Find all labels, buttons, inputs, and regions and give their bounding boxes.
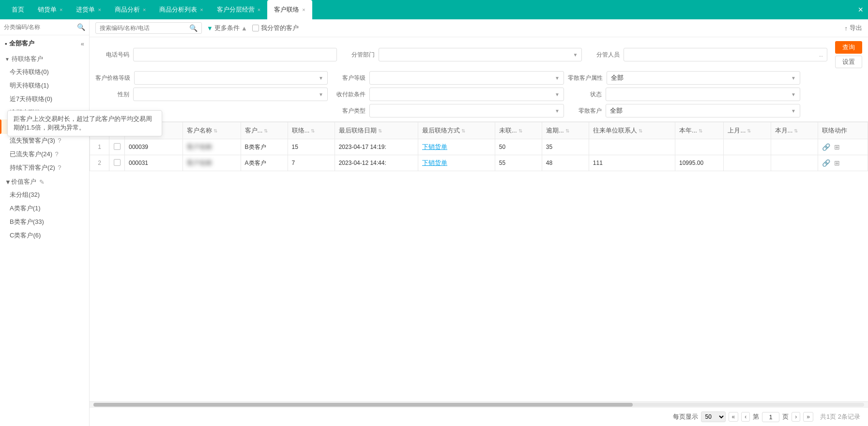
row2-actions: 🔗 ⊞: [818, 155, 868, 171]
current-page-input[interactable]: [762, 412, 779, 422]
prev-contact-sort-icon[interactable]: ⇅: [639, 128, 642, 133]
filter-row-1: 电话号码 分管部门 ▼ 分管人员 ... 查询 设置: [95, 41, 862, 68]
overdue-sort-icon[interactable]: ⇅: [565, 128, 569, 133]
my-customers-cb[interactable]: [252, 25, 259, 31]
churned-help-icon[interactable]: ?: [55, 150, 58, 158]
row2-last-way[interactable]: 下销货单: [418, 155, 495, 171]
last-month-sort-icon[interactable]: ⇅: [747, 128, 751, 133]
nav-home[interactable]: 首页: [5, 0, 31, 19]
row1-grid-icon[interactable]: ⊞: [834, 143, 840, 151]
sidebar-item-churned[interactable]: 已流失客户(24) ?: [0, 147, 89, 161]
contact-sort-icon[interactable]: ⇅: [311, 128, 315, 133]
collapse-icon[interactable]: «: [81, 40, 84, 47]
row2-contact: 7: [288, 155, 335, 171]
status-select[interactable]: ▼: [606, 88, 800, 101]
declining-help-icon[interactable]: ?: [58, 164, 61, 171]
row2-cb[interactable]: [109, 155, 125, 171]
close-product-analysis-tab[interactable]: ×: [143, 7, 146, 13]
close-customer-segment-tab[interactable]: ×: [258, 7, 260, 13]
action-buttons: 查询 设置: [835, 41, 862, 68]
nav-purchase[interactable]: 进货单 ×: [69, 0, 107, 19]
scroll-track[interactable]: [93, 403, 864, 407]
row1-num: 1: [90, 139, 109, 155]
main-search-box[interactable]: 🔍: [95, 22, 202, 34]
table-header-row: ⚙ 客户编码 ⇅ 客户名称: [90, 122, 868, 139]
date-sort-icon[interactable]: ⇅: [378, 128, 382, 133]
close-sales-tab[interactable]: ×: [60, 7, 62, 13]
export-button[interactable]: ↑ 导出: [845, 24, 863, 32]
prev-page-button[interactable]: ‹: [741, 412, 750, 422]
sidebar-item-class-a[interactable]: A类客户(1): [0, 202, 89, 215]
row1-prev-contact: [589, 139, 675, 155]
this-month-sort-icon[interactable]: ⇅: [794, 128, 798, 133]
window-close-button[interactable]: ×: [858, 5, 863, 15]
row1-link-icon[interactable]: 🔗: [822, 143, 830, 151]
nav-product-analysis[interactable]: 商品分析 ×: [108, 0, 152, 19]
close-product-analysis-list-tab[interactable]: ×: [200, 7, 203, 13]
table-row: 1 000039 客户名称 B类客户 15 2023-04-17 14:19: …: [90, 139, 868, 155]
horizontal-scrollbar[interactable]: [90, 401, 868, 407]
retail-customer-select[interactable]: 全部 ▼: [606, 104, 800, 118]
row1-last-way[interactable]: 下销货单: [418, 139, 495, 155]
th-this-year: 本年... ⇅: [675, 122, 724, 139]
sidebar-search-box[interactable]: 🔍: [0, 19, 89, 35]
my-customers-checkbox[interactable]: 我分管的客户: [252, 24, 299, 32]
all-customers-section[interactable]: ▪ 全部客户 «: [0, 35, 89, 52]
pending-contact-group[interactable]: ▼ 待联络客户: [0, 52, 89, 65]
scroll-thumb[interactable]: [93, 403, 633, 407]
close-customer-contact-tab[interactable]: ×: [302, 7, 305, 13]
sidebar-item-class-c[interactable]: C类客户(6): [0, 229, 89, 242]
main-search-input[interactable]: [100, 25, 189, 31]
row2-link-icon[interactable]: 🔗: [822, 159, 830, 167]
price-grade-select[interactable]: ▼: [134, 71, 328, 85]
not-contact-sort-icon[interactable]: ⇅: [518, 128, 522, 133]
this-year-sort-icon[interactable]: ⇅: [699, 128, 702, 133]
payment-arrow-icon: ▼: [555, 92, 560, 97]
payment-select[interactable]: ▼: [369, 88, 564, 101]
more-filters-button[interactable]: ▼ 更多条件 ▲: [207, 24, 247, 32]
sidebar-item-ungrouped[interactable]: 未分组(32): [0, 188, 89, 202]
customer-table: ⚙ 客户编码 ⇅ 客户名称: [90, 122, 868, 171]
customer-grade-select[interactable]: ▼: [369, 71, 564, 85]
th-this-month: 本月... ⇅: [771, 122, 818, 139]
gender-select[interactable]: ▼: [133, 88, 328, 101]
value-customers-group[interactable]: ▼ 价值客户 ✎: [0, 175, 89, 188]
close-purchase-tab[interactable]: ×: [98, 7, 101, 13]
query-button[interactable]: 查询: [835, 41, 862, 54]
sidebar-item-declining[interactable]: 持续下滑客户(2) ?: [0, 161, 89, 175]
filter-customer-grade: 客户等级 ▼: [332, 71, 564, 85]
dept-select[interactable]: ▼: [379, 48, 582, 61]
retail-attr-select[interactable]: 全部 ▼: [607, 71, 800, 85]
customer-type-select[interactable]: ▼: [369, 104, 564, 118]
sidebar-search-input[interactable]: [4, 24, 75, 30]
sidebar-search-icon: 🔍: [77, 23, 85, 31]
sidebar-item-today[interactable]: 今天待联络(0): [0, 65, 89, 79]
phone-input[interactable]: [133, 48, 337, 61]
sidebar-item-class-b[interactable]: B类客户(33): [0, 215, 89, 229]
value-customers-edit-icon[interactable]: ✎: [39, 178, 45, 186]
next-page-button[interactable]: ›: [792, 412, 800, 422]
churn-warning-help-icon[interactable]: ?: [58, 137, 61, 144]
sidebar-item-7days[interactable]: 近7天待联络(0): [0, 92, 89, 106]
person-select[interactable]: ...: [624, 48, 827, 61]
settings-button[interactable]: 设置: [835, 56, 862, 68]
way-sort-icon[interactable]: ⇅: [461, 128, 465, 133]
nav-customer-contact[interactable]: 客户联络 ×: [267, 0, 312, 19]
filter-row-4: ... 客户类型 ▼ 零散客户 全部 ▼: [95, 104, 862, 118]
nav-customer-segment[interactable]: 客户分层经营 ×: [210, 0, 267, 19]
row1-not-contact: 50: [495, 139, 542, 155]
per-page-select[interactable]: 50 100 200: [701, 411, 726, 422]
type-sort-icon[interactable]: ⇅: [264, 128, 268, 133]
filter-phone: 电话号码: [95, 48, 337, 61]
sidebar-item-tomorrow[interactable]: 明天待联络(1): [0, 79, 89, 92]
last-page-button[interactable]: »: [803, 412, 813, 422]
row1-cb[interactable]: [109, 139, 125, 155]
main-search-icon[interactable]: 🔍: [189, 24, 198, 32]
page-label: 第: [753, 412, 759, 421]
row2-prev-contact: 111: [589, 155, 675, 171]
nav-product-analysis-list[interactable]: 商品分析列表 ×: [152, 0, 210, 19]
row2-grid-icon[interactable]: ⊞: [834, 159, 840, 167]
name-sort-icon[interactable]: ⇅: [213, 128, 217, 133]
nav-sales[interactable]: 销货单 ×: [31, 0, 69, 19]
first-page-button[interactable]: «: [729, 412, 739, 422]
